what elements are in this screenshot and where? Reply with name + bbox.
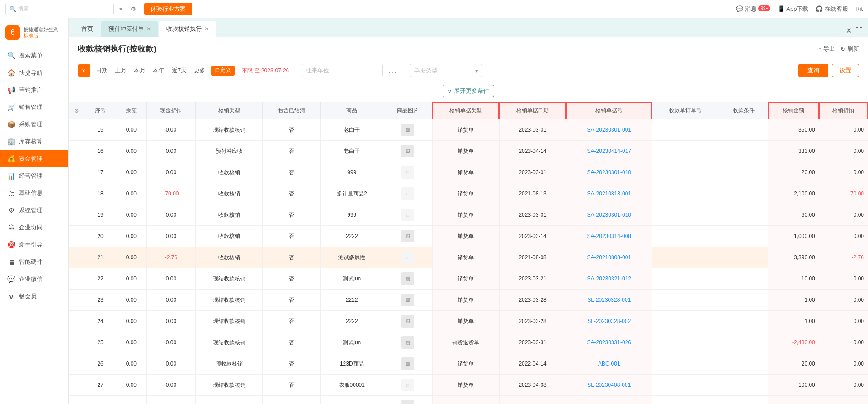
sidebar-item-purchase[interactable]: 📦 采购管理 <box>0 116 68 133</box>
cancel-no-link[interactable]: SA-20230414-017 <box>587 148 631 154</box>
date-this-month[interactable]: 本月 <box>132 66 147 76</box>
cell-receipt-cond <box>719 311 768 332</box>
partner-placeholder: 往来单位 <box>306 67 329 75</box>
filter-row-main: » 日期 上月 本月 本年 近7天 更多 自定义 不限 至 2023-07-26 <box>78 64 859 77</box>
cell-cancel-type: 现结收款核销 <box>196 311 263 332</box>
sidebar-item-member[interactable]: V 畅会员 <box>0 288 68 305</box>
date-options: 上月 本月 本年 近7天 更多 自定义 <box>113 66 235 76</box>
cell-cancel-no[interactable]: SA-20230314-008 <box>566 226 652 247</box>
date-last-month[interactable]: 上月 <box>113 66 128 76</box>
date-custom-button[interactable]: 自定义 <box>211 66 235 76</box>
table-settings-icon[interactable]: ⚙ <box>74 108 79 114</box>
cell-cancel-no[interactable]: SL-20230328-001 <box>566 290 652 311</box>
cell-cancel-no[interactable]: SA-20230331-026 <box>566 332 652 353</box>
tab-close-all-icon[interactable]: ✕ <box>846 26 852 35</box>
tab-prepay[interactable]: 预付冲应付单 ✕ <box>101 21 158 37</box>
cell-cancel-no[interactable]: SA-20210808-001 <box>566 247 652 268</box>
cancel-no-link[interactable]: SA-20230301-001 <box>587 127 631 133</box>
cell-gear <box>69 204 85 226</box>
cancel-no-link[interactable]: SA-20230301-010 <box>587 212 631 218</box>
sidebar-item-label: 企业协同 <box>19 223 42 232</box>
doc-type-select[interactable]: 单据类型 ▾ <box>410 64 482 77</box>
cell-gear <box>69 183 85 204</box>
cell-product-img: □ <box>383 204 432 226</box>
partner-more-icon[interactable]: ... <box>388 67 397 75</box>
cell-cancel-no[interactable]: SA-20230301-010 <box>566 162 652 183</box>
cell-cancel-no[interactable]: SA-20230321-012 <box>566 268 652 290</box>
cancel-no-link[interactable]: SA-20210813-001 <box>587 190 631 197</box>
inventory-icon: 🏢 <box>7 138 15 146</box>
cell-cancel-no[interactable]: SA-20230414-017 <box>566 141 652 162</box>
sidebar-item-operation[interactable]: 📊 经营管理 <box>0 167 68 185</box>
cell-balance: 0.00 <box>116 375 146 396</box>
cell-cancel-no[interactable]: SL-20230408-001 <box>566 375 652 396</box>
cancel-no-link[interactable]: SA-20230331-026 <box>587 339 631 346</box>
online-service-link[interactable]: 🎧 在线客服 <box>816 5 848 13</box>
sidebar-item-wechat[interactable]: 💬 企业微信 <box>0 271 68 288</box>
tab-receipt-close[interactable]: ✕ <box>204 26 209 32</box>
sidebar-item-hardware[interactable]: 🖥 智能硬件 <box>0 253 68 271</box>
date-more[interactable]: 更多 <box>192 66 208 76</box>
sidebar-item-label: 采购管理 <box>19 120 42 128</box>
export-button[interactable]: ↑ 导出 <box>819 45 835 53</box>
cell-cancel-no[interactable]: SA-20230301-001 <box>566 119 652 141</box>
sidebar-item-basic[interactable]: 🗂 基础信息 <box>0 185 68 202</box>
cell-gear <box>69 226 85 247</box>
cancel-no-link[interactable]: SL-20230328-001 <box>587 297 631 303</box>
cancel-no-link[interactable]: ABC-001 <box>598 361 620 367</box>
tab-prepay-close[interactable]: ✕ <box>146 26 151 32</box>
cell-product: 2222 <box>321 396 383 404</box>
tab-receipt[interactable]: 收款核销执行 ✕ <box>159 21 216 37</box>
sidebar-item-finance[interactable]: 💰 资金管理 <box>0 150 68 167</box>
top-search-box[interactable]: 🔍 搜索 <box>5 3 114 15</box>
sidebar-item-guide[interactable]: 🎯 新手引导 <box>0 236 68 253</box>
cancel-no-link[interactable]: SL-20230328-002 <box>587 318 631 324</box>
tab-home[interactable]: 首页 <box>74 21 100 37</box>
cancel-no-link[interactable]: SA-20210808-001 <box>587 254 631 261</box>
industry-solution-button[interactable]: 休验行业方案 <box>144 3 192 15</box>
cell-product-img: 🖼 <box>383 290 432 311</box>
query-button[interactable]: 查询 <box>798 64 828 77</box>
cancel-no-link[interactable]: SL-20230408-001 <box>587 382 631 388</box>
sidebar-item-collab[interactable]: 🏛 企业协同 <box>0 219 68 236</box>
cancel-no-link[interactable]: SA-20230301-010 <box>587 169 631 176</box>
partner-input[interactable]: 往来单位 <box>302 64 383 77</box>
cell-cash-discount: 0.00 <box>146 396 195 404</box>
cell-settled: 否 <box>263 183 321 204</box>
sidebar-item-inventory[interactable]: 🏢 库存核算 <box>0 133 68 150</box>
cell-num: 28 <box>85 396 116 404</box>
sidebar-item-label: 畅会员 <box>19 292 37 300</box>
cell-cancel-type: 现结收款核销 <box>196 332 263 353</box>
tab-expand-icon[interactable]: ⛶ <box>855 27 863 35</box>
cell-cancel-date: 2023-03-01 <box>499 162 566 183</box>
cancel-no-link[interactable]: SA-20230321-012 <box>587 276 631 282</box>
app-download-link[interactable]: 📱 App下载 <box>778 5 808 13</box>
sidebar-item-search[interactable]: 🔍 搜索菜单 <box>0 47 68 64</box>
cell-cancel-no[interactable]: SA-20210813-001 <box>566 183 652 204</box>
main-layout: 6 畅捷通谱好生意 标准版 🔍 搜索菜单 🏠 快捷导航 📢 营销推广 🛒 销售管… <box>0 18 868 404</box>
col-settings[interactable]: ⚙ <box>69 102 85 119</box>
cell-cancel-no[interactable]: SA-20230301-010 <box>566 204 652 226</box>
refresh-button[interactable]: ↻ 刷新 <box>840 45 859 53</box>
cell-num: 20 <box>85 226 116 247</box>
sidebar-item-system[interactable]: ⚙ 系统管理 <box>0 202 68 219</box>
cell-settled: 否 <box>263 119 321 141</box>
cell-cancel-no[interactable]: ABC-001 <box>566 353 652 375</box>
filter-toggle-button[interactable]: » <box>78 64 90 77</box>
message-icon[interactable]: 💬 消息 99+ <box>736 5 770 13</box>
cell-cancel-discount: 0.00 <box>819 141 868 162</box>
expand-more-button[interactable]: ∨ 展开更多条件 <box>443 85 494 97</box>
sidebar-item-quick[interactable]: 🏠 快捷导航 <box>0 64 68 81</box>
date-7-days[interactable]: 近7天 <box>170 66 189 76</box>
sidebar-item-sales[interactable]: 🛒 销售管理 <box>0 99 68 116</box>
sidebar-item-marketing[interactable]: 📢 营销推广 <box>0 81 68 99</box>
cancel-no-link[interactable]: SA-20230314-008 <box>587 233 631 239</box>
dropdown-icon[interactable]: ▾ <box>119 5 123 12</box>
cell-cancel-no[interactable]: SL-20230418-001 <box>566 396 652 404</box>
table-row: 25 0.00 0.00 现结收款核销 否 测试jun 🖼 销货退货单 2023… <box>69 332 868 353</box>
cell-cancel-no[interactable]: SL-20230328-002 <box>566 311 652 332</box>
user-label[interactable]: Rit <box>855 5 863 12</box>
date-this-year[interactable]: 本年 <box>151 66 166 76</box>
setting-button[interactable]: 设置 <box>832 64 859 77</box>
settings-icon[interactable]: ⚙ <box>128 4 139 14</box>
